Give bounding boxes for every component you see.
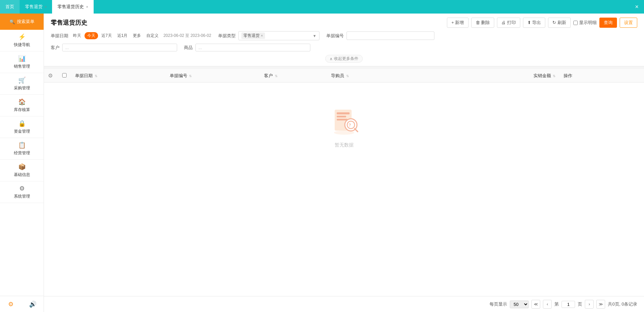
tab-retail-return-history-close[interactable]: × (86, 5, 88, 9)
product-ellipsis: ... (198, 45, 202, 50)
search-icon: 🔍 (9, 19, 15, 24)
display-detail-checkbox[interactable] (573, 21, 578, 25)
th-checkbox (57, 69, 71, 83)
th-settings: ⚙ (44, 69, 57, 83)
sidebar-search[interactable]: 🔍 搜索菜单 (0, 14, 44, 30)
tab-home-label: 首页 (5, 4, 14, 10)
sidebar: 🔍 搜索菜单 ⚡ 快捷导航 📊 销售管理 🛒 采购管理 🏠 库存核算 🔒 资金管… (0, 14, 44, 312)
th-date-label: 单据日期 (75, 73, 93, 78)
table-settings-icon[interactable]: ⚙ (48, 73, 53, 79)
th-amount: 实销金额 ⇅ (433, 69, 559, 83)
date-filter-label: 单据日期 (51, 33, 68, 39)
customer-sort-icon[interactable]: ⇅ (275, 74, 278, 78)
shortcut-yesterday[interactable]: 昨天 (71, 32, 83, 39)
tab-retail-return-history[interactable]: 零售退货历史 × (52, 0, 93, 14)
number-sort-icon[interactable]: ⇅ (189, 74, 192, 78)
top-bar: 首页 零售退货 × 零售退货历史 × × (0, 0, 644, 14)
doc-type-tag-close[interactable]: × (261, 34, 263, 38)
prev-page-button[interactable]: ‹ (543, 300, 552, 309)
shortcut-last7[interactable]: 近7天 (99, 32, 114, 39)
page-size-select[interactable]: 50 10 20 100 (510, 300, 529, 308)
sidebar-item-base-info[interactable]: 📦 基础信息 (0, 160, 44, 181)
doc-number-label: 单据编号 (326, 33, 344, 39)
sidebar-item-label: 基础信息 (14, 172, 30, 178)
doc-number-input[interactable] (347, 31, 434, 40)
page-label: 第 (554, 301, 559, 307)
sidebar-item-purchase[interactable]: 🛒 采购管理 (0, 73, 44, 95)
collapse-up-icon: ∧ (330, 57, 333, 61)
empty-state: ? 暂无数据 (44, 83, 644, 162)
print-button[interactable]: 🖨 打印 (497, 18, 520, 28)
shortcut-custom[interactable]: 自定义 (144, 32, 161, 39)
th-actions-label: 操作 (564, 73, 572, 78)
sidebar-audio-button[interactable]: 🔊 (22, 296, 44, 312)
select-all-checkbox[interactable] (62, 73, 67, 77)
th-actions: 操作 (559, 69, 644, 83)
next-page-button[interactable]: › (585, 300, 594, 309)
quick-nav-icon: ⚡ (18, 33, 26, 41)
filter-doc-type: 单据类型 零售退货 × ▼ (218, 31, 319, 40)
page-unit: 页 (578, 301, 582, 307)
sidebar-item-inventory[interactable]: 🏠 库存核算 (0, 95, 44, 116)
shortcut-more[interactable]: 更多 (131, 32, 143, 39)
sales-icon: 📊 (18, 55, 26, 62)
sidebar-item-finance[interactable]: 🔒 资金管理 (0, 116, 44, 138)
system-icon: ⚙ (19, 185, 25, 192)
th-customer-label: 客户 (264, 73, 273, 78)
sidebar-item-label: 资金管理 (14, 129, 30, 134)
last-page-button[interactable]: ≫ (596, 300, 605, 309)
refresh-button[interactable]: ↻ 刷新 (548, 18, 571, 28)
doc-type-tag-value: 零售退货 (243, 33, 260, 39)
product-select[interactable]: ... (195, 44, 310, 51)
filter-customer: 客户 ... (51, 44, 177, 51)
filter-area: 单据日期 昨天 今天 近7天 近1月 更多 自定义 2023-06-02 至 2… (51, 31, 637, 66)
guide-sort-icon[interactable]: ⇅ (346, 74, 349, 78)
export-button[interactable]: ⬆ 导出 (523, 18, 546, 28)
collapse-button[interactable]: ∧ 收起更多条件 (325, 55, 363, 63)
doc-type-tag: 零售退货 × (241, 32, 265, 39)
svg-rect-3 (337, 116, 346, 117)
th-number: 单据编号 ⇅ (166, 69, 260, 83)
tab-retail-return[interactable]: 零售退货 × (20, 0, 52, 14)
main-content: 零售退货历史 + 新增 🗑 删除 🖨 打印 ⬆ 导出 ↻ 刷新 显示明细 查询 … (44, 14, 644, 312)
doc-type-select-arrow: ▼ (313, 34, 316, 38)
query-button[interactable]: 查询 (599, 18, 617, 28)
settings-button[interactable]: 设置 (620, 18, 637, 28)
page-number-input[interactable]: 1 (562, 301, 575, 308)
tab-home[interactable]: 首页 (0, 0, 20, 14)
page-title: 零售退货历史 (51, 19, 87, 27)
sidebar-item-quick-nav[interactable]: ⚡ 快捷导航 (0, 30, 44, 51)
amount-sort-icon[interactable]: ⇅ (553, 74, 555, 78)
doc-type-select[interactable]: 零售退货 × ▼ (238, 31, 319, 40)
filter-product: 商品 ... (184, 44, 310, 51)
empty-illustration: ? (327, 103, 361, 137)
display-detail-label: 显示明细 (579, 20, 597, 26)
sidebar-item-system[interactable]: ⚙ 系统管理 (0, 181, 44, 203)
shortcut-last-month[interactable]: 近1月 (115, 32, 130, 39)
inventory-icon: 🏠 (18, 98, 26, 106)
shortcut-today[interactable]: 今天 (85, 32, 98, 39)
th-spacer (408, 69, 433, 83)
th-guide: 导购员 ⇅ (327, 69, 408, 83)
svg-rect-4 (337, 119, 348, 120)
th-date: 单据日期 ⇅ (71, 69, 166, 83)
page-title-row: 零售退货历史 + 新增 🗑 删除 🖨 打印 ⬆ 导出 ↻ 刷新 显示明细 查询 … (51, 18, 637, 28)
th-guide-label: 导购员 (331, 73, 344, 78)
display-detail-toggle[interactable]: 显示明细 (573, 20, 597, 26)
sidebar-item-operations[interactable]: 📋 经营管理 (0, 138, 44, 160)
window-close-button[interactable]: × (635, 3, 639, 10)
collapse-label: 收起更多条件 (334, 56, 358, 62)
new-button[interactable]: + 新增 (447, 18, 468, 28)
audio-icon: 🔊 (29, 300, 37, 308)
first-page-button[interactable]: ≪ (531, 300, 540, 309)
svg-line-7 (355, 129, 358, 132)
sidebar-settings-button[interactable]: ⚙ (0, 296, 22, 312)
sidebar-item-label: 系统管理 (14, 194, 30, 199)
sidebar-item-sales[interactable]: 📊 销售管理 (0, 51, 44, 73)
collapse-row: ∧ 收起更多条件 (51, 55, 637, 63)
delete-button[interactable]: 🗑 删除 (471, 18, 495, 28)
date-sort-icon[interactable]: ⇅ (95, 74, 97, 78)
tab-retail-return-close[interactable]: × (45, 5, 47, 9)
customer-select[interactable]: ... (62, 44, 177, 51)
date-shortcuts: 昨天 今天 近7天 近1月 更多 自定义 (71, 32, 161, 39)
